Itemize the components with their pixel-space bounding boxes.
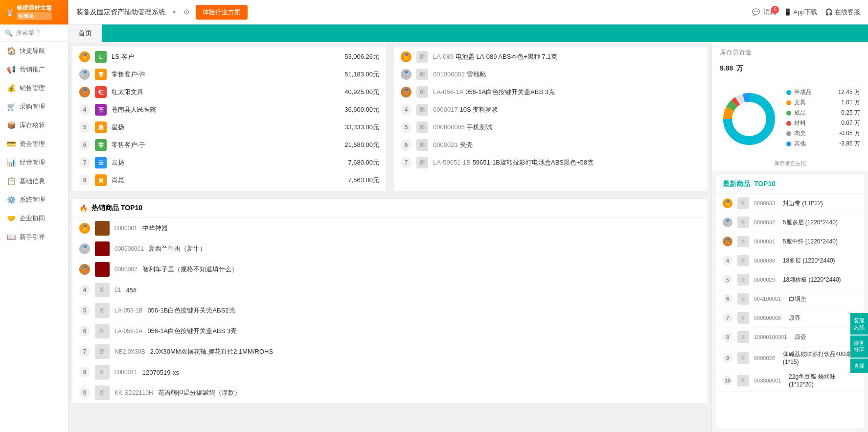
legend-name: 成品 <box>794 109 838 117</box>
dropdown-icon[interactable]: ▼ <box>171 9 177 16</box>
legend-name: 材料 <box>794 119 838 127</box>
product-thumb: 图 <box>95 385 110 400</box>
sidebar-item-5[interactable]: 💳资金管理 <box>0 135 68 153</box>
hot-product-item: 🥈 000500001 新西兰牛肉（新牛） <box>72 239 708 259</box>
rank-num: 7 <box>79 346 90 357</box>
donut-segment <box>734 101 738 103</box>
sidebar-item-9[interactable]: 🤝企业协同 <box>0 209 68 228</box>
customer-value: 7,563.00元 <box>348 176 379 185</box>
product-code: NB2.0X30B <box>114 348 145 355</box>
tab-home[interactable]: 首页 <box>69 24 102 42</box>
product-thumb <box>95 221 110 236</box>
online-service[interactable]: 🎧 在线客服 <box>825 8 860 17</box>
sidebar-icon-4: 📦 <box>7 121 16 130</box>
sidebar-icon-3: 🛒 <box>7 102 16 111</box>
sidebar-label-10: 新手引导 <box>20 233 45 241</box>
top-header: 装备及固定资产辅助管理系统 ▼ ⚙ 体验行业方案 💬 6 消息 📱 App下载 … <box>69 0 868 24</box>
app-download[interactable]: 📱 App下载 <box>784 8 817 17</box>
product-name: 中华神器 <box>142 224 168 233</box>
new-products-header: 最新商品 TOP10 <box>716 175 864 194</box>
float-buttons: 客服热线服务社区直播 <box>850 313 868 373</box>
hot-product-item: 🥉 0000002 智利车子里（规格不知道填什么） <box>72 259 708 280</box>
np-name: 5厘中纤 (1220*2440) <box>783 238 857 246</box>
product-thumb: 图 <box>95 303 110 318</box>
sidebar-item-8[interactable]: ⚙️系统管理 <box>0 191 68 209</box>
np-code: 0000029 <box>754 277 775 283</box>
np-code: 0000032 <box>754 219 775 225</box>
np-thumb: 图 <box>737 274 749 286</box>
float-btn-1[interactable]: 服务社区 <box>850 336 868 358</box>
new-products-list: 🥇 图 0000033 封边带 (1.0*22) 🥈 图 0000032 5厘多… <box>716 194 864 392</box>
customer-value: 7,680.00元 <box>348 158 379 167</box>
np-name: 18多层 (1220*2440) <box>783 257 857 265</box>
product-name: 45# <box>126 287 137 294</box>
headset-icon: 🎧 <box>825 8 833 16</box>
nav-tabs: 首页 <box>69 24 868 42</box>
rank-num: 8 <box>79 175 90 186</box>
inventory-donut-chart <box>720 90 778 148</box>
sidebar-item-0[interactable]: 🏠快捷导航 <box>0 42 68 60</box>
legend-item: 肉类 -0.05 万 <box>786 129 860 138</box>
inventory-chart-label: 库存资金占比 <box>712 158 868 171</box>
customer-name: 红太阳文具 <box>112 88 340 96</box>
rank-num: 7 <box>401 157 411 168</box>
product-code: 0000002 <box>114 266 137 273</box>
app-name: 畅捷通好生意 <box>17 4 52 12</box>
customer-name: 肖总 <box>112 176 343 185</box>
rank-num: 4 <box>79 285 90 295</box>
goods-thumb: 图 <box>416 51 428 63</box>
donut-segment <box>744 97 749 98</box>
product-code: LA-056-1B <box>114 307 142 314</box>
np-code: 000800008 <box>754 315 781 321</box>
np-rank: 7 <box>723 313 732 323</box>
hot-product-item: 9 图 KK-SD22110H 花语萌但温分罐罐袋（厚款） <box>72 383 708 403</box>
goods-thumb: 图 <box>416 104 428 116</box>
sidebar-item-10[interactable]: 📖新手引导 <box>0 228 68 246</box>
hot-goods-rank-item: 7 图 LA-59651-1B59651-1B旋转投影灯电池盒ABS黑色+58克 <box>394 154 708 171</box>
product-name: 2.0X30MM双摆花轴.摆花直径2.1MM/ROHS <box>150 347 273 356</box>
np-thumb: 图 <box>737 375 749 386</box>
new-product-item: 8 图 10000100001 原壶 <box>716 328 864 347</box>
sidebar-item-2[interactable]: 💰销售管理 <box>0 79 68 97</box>
hot-products-header: 🔥 热销商品 TOP10 <box>72 199 708 218</box>
sidebar-item-4[interactable]: 📦库存核算 <box>0 116 68 135</box>
goods-name: LA-089电池盖 LA-089 ABS本色+黑种 7.1克 <box>433 52 701 61</box>
hot-goods-rank-item: 4 图 000001710S 变料罗浆 <box>394 101 708 119</box>
float-btn-2[interactable]: 直播 <box>850 359 868 373</box>
np-rank: 9 <box>723 353 732 363</box>
hot-products-panel: 🔥 热销商品 TOP10 🥇 0000001 中华神器 🥈 000500001 … <box>72 199 708 403</box>
legend-item: 其他 -3.86 万 <box>786 140 860 148</box>
search-menu[interactable]: 🔍 搜索菜单 <box>0 24 68 42</box>
product-thumb: 图 <box>95 365 110 380</box>
np-rank: 10 <box>723 376 732 385</box>
new-product-item: 10 图 003800001 22g鱼豆腐-烧烤味 (1*12*20) <box>716 369 864 392</box>
product-name: 花语萌但温分罐罐袋（厚款） <box>158 388 241 397</box>
new-product-item: 9 图 0000028 体碱荔枝味苏打饮品400毫升 (1*15) <box>716 347 864 369</box>
message-badge[interactable]: 💬 6 消息 <box>752 8 777 17</box>
np-name: 原壶 <box>789 314 857 322</box>
new-product-item: 7 图 000800008 原壶 <box>716 309 864 328</box>
customer-name: 云扬 <box>112 158 343 167</box>
trial-btn[interactable]: 体验行业方案 <box>196 5 248 20</box>
rank-num: 5 <box>401 122 411 133</box>
product-thumb <box>95 241 110 256</box>
new-product-item: 🥉 图 0000031 5厘中纤 (1220*2440) <box>716 232 864 251</box>
new-product-item: 🥈 图 0000032 5厘多层 (1220*2440) <box>716 213 864 232</box>
customer-rank-item: 🥉 红 红太阳文具 40,925.00元 <box>72 83 386 101</box>
product-code: LA-056-1A <box>114 328 142 335</box>
np-thumb: 图 <box>737 352 749 364</box>
customer-rank-list: 🥇 L LS 客户 53,006.26元 🥈 零 零售客户-许 51,183.0… <box>72 46 386 191</box>
rank-num: 8 <box>79 367 90 378</box>
goods-thumb: 图 <box>416 157 428 168</box>
np-rank: 🥇 <box>723 198 732 208</box>
gear-icon[interactable]: ⚙ <box>183 7 190 17</box>
hot-product-item: 5 图 LA-056-1B 056-1B白色按键开关壳ABS2壳 <box>72 300 708 321</box>
hot-goods-rank-item: 🥉 图 LA-056-1A056-1A白色按键开关盖ABS 3克 <box>394 83 708 101</box>
float-btn-0[interactable]: 客服热线 <box>850 313 868 335</box>
sidebar-item-1[interactable]: 📢营销推广 <box>0 60 68 79</box>
rank-num: 6 <box>79 326 90 336</box>
sidebar-item-7[interactable]: 📋基础信息 <box>0 172 68 191</box>
np-name: 封边带 (1.0*22) <box>783 199 857 208</box>
sidebar-item-6[interactable]: 📊经营管理 <box>0 153 68 172</box>
sidebar-item-3[interactable]: 🛒采购管理 <box>0 97 68 116</box>
